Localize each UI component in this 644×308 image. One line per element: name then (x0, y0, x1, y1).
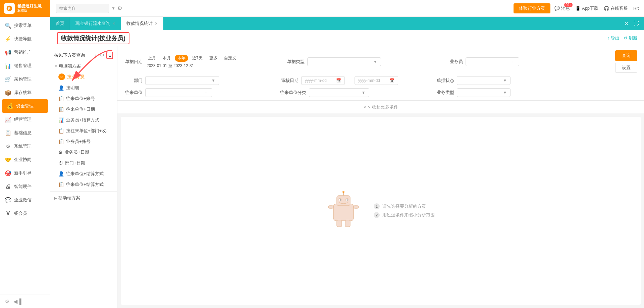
tab-bank-close[interactable]: ✕ (112, 21, 115, 26)
review-date-start[interactable]: yyyy-mm-dd 📅 (301, 76, 345, 85)
review-date-end[interactable]: yyyy-mm-dd 📅 (355, 76, 398, 85)
sidebar-label-wechat: 企业微信 (14, 197, 32, 203)
export-button[interactable]: ↑ 导出 (607, 35, 620, 41)
topbar-gear-icon[interactable]: ⚙ (117, 5, 122, 11)
lp-item-staff-date-label: 业务员+日期 (65, 149, 89, 155)
date-tab-this-month[interactable]: 本月 (160, 55, 173, 62)
lp-item-unit-method1-label: 往来单位+结算方式 (66, 171, 104, 177)
query-button[interactable]: 查询 (615, 50, 637, 61)
sidebar-settings-icon[interactable]: ⚙ (5, 298, 9, 305)
lp-collapse-button[interactable]: « (106, 52, 113, 59)
empty-state: 1 请先选择要分析的方案 2 用过滤条件来缩小分析范围 (121, 117, 641, 305)
lp-item-staff-date[interactable]: ⚙ 业务员+日期 (50, 147, 117, 158)
sidebar-item-basic[interactable]: 📋 基础信息 (0, 126, 50, 140)
tab-home[interactable]: 首页 (50, 17, 70, 30)
sidebar-item-inventory[interactable]: 📦 库存核算 (0, 86, 50, 99)
biz-type-select[interactable]: ▼ (457, 88, 511, 97)
topbar-search-input[interactable] (56, 4, 109, 13)
partner-label: 往来单位 (124, 90, 143, 96)
tabbar: 首页 现金银行流水查询 ✕ 收款情况统计 ✕ ✕ ⛶ (50, 17, 644, 30)
doc-type-select[interactable]: ▼ (307, 57, 381, 66)
date-tab-last7[interactable]: 近7天 (190, 55, 205, 62)
sidebar-item-guide[interactable]: 🎯 新手引导 (0, 166, 50, 180)
online-service-button[interactable]: 🎧 在线客服 (604, 5, 628, 11)
tab-actions: ✕ ⛶ (621, 18, 644, 29)
lp-item-dept-date[interactable]: ⏱ 部门+日期 (50, 158, 117, 168)
sidebar-label-purchase: 采购管理 (14, 76, 32, 82)
app-download-button[interactable]: 📱 App下载 (575, 5, 598, 11)
lp-item-by-staff[interactable]: ⟳ 按业务员 (50, 71, 117, 83)
lp-item-unit-date-label: 往来单位+日期 (66, 106, 95, 112)
partner-select[interactable]: ··· (145, 88, 212, 97)
staff-more-icon[interactable]: ··· (512, 59, 516, 64)
left-panel-header: 按以下方案查询 + ⚙ « (50, 50, 117, 61)
sidebar-label-finance: 资金管理 (16, 103, 34, 109)
sidebar-label-quick-nav: 快捷导航 (14, 36, 32, 42)
topbar-dropdown-icon[interactable]: ▼ (111, 6, 115, 11)
tab-receipt[interactable]: 收款情况统计 ✕ (121, 17, 163, 30)
logo-icon: 畅 (4, 3, 15, 14)
dept-date-icon: ⏱ (58, 160, 63, 166)
date-tab-last-month[interactable]: 上月 (145, 55, 159, 62)
sidebar-collapse-icon[interactable]: ◀▐ (13, 298, 21, 305)
lp-item-unit-account[interactable]: 📋 往来单位+账号 (50, 93, 117, 104)
sidebar-item-wechat[interactable]: 💬 企业微信 (0, 193, 50, 207)
tab-bank[interactable]: 现金银行流水查询 ✕ (70, 17, 121, 30)
lp-item-staff-account[interactable]: 📋 业务员+账号 (50, 136, 117, 147)
sidebar-item-enterprise[interactable]: 🤝 企业协同 (0, 153, 50, 166)
try-industry-button[interactable]: 体验行业方案 (514, 3, 550, 13)
lp-item-unit-dept[interactable]: 📋 按往来单位+部门+收... (50, 125, 117, 136)
dept-select[interactable]: ▼ (145, 76, 219, 85)
lp-item-unit-date[interactable]: 📋 往来单位+日期 (50, 104, 117, 115)
review-date-label: 审核日期 (280, 78, 299, 84)
tab-home-label: 首页 (56, 20, 64, 27)
lp-item-unit-method1[interactable]: 👤 往来单位+结算方式 (50, 168, 117, 179)
topbar: ▼ ⚙ 体验行业方案 💬 消息 99+ 📱 App下载 🎧 在线客服 Rit (50, 0, 644, 17)
date-tab-custom[interactable]: 自定义 (221, 55, 239, 62)
lp-item-unit-method2[interactable]: 📋 往来单位+结算方式 (50, 179, 117, 190)
lp-item-unit-dept-label: 按往来单位+部门+收... (66, 128, 110, 134)
lp-item-staff-method[interactable]: 📊 业务员+结算方式 (50, 115, 117, 125)
sidebar-item-search[interactable]: 🔍 搜索菜单 (0, 19, 50, 32)
app-name: 畅捷通好生意 (17, 4, 42, 8)
smarthw-icon: 🖨 (5, 183, 11, 190)
sidebar-item-smart-hw[interactable]: 🖨 智能硬件 (0, 180, 50, 193)
partner-category-select[interactable]: ▼ (309, 88, 369, 97)
doc-status-select[interactable]: ▼ (457, 76, 511, 85)
collapse-bar[interactable]: ∧∧ 收起更多条件 (117, 100, 644, 113)
tab-close-all-button[interactable]: ✕ (621, 18, 631, 29)
tab-maximize-button[interactable]: ⛶ (631, 18, 641, 29)
unit-method2-icon: 📋 (58, 182, 64, 187)
collapse-chevron-icon: ∧∧ (363, 104, 372, 109)
refresh-button[interactable]: ↺ 刷新 (624, 35, 637, 41)
lp-add-button[interactable]: + (94, 52, 98, 59)
calendar-end-icon[interactable]: 📅 (389, 78, 394, 83)
lp-section-desktop-title[interactable]: ▼ 电脑端方案 (50, 61, 117, 71)
date-tab-more[interactable]: 更多 (207, 55, 220, 62)
sidebar-item-finance[interactable]: 💰 资金管理 (2, 99, 48, 113)
message-button[interactable]: 💬 消息 99+ (554, 5, 570, 11)
sidebar-label-member: 畅会员 (14, 210, 27, 216)
calendar-start-icon[interactable]: 📅 (336, 78, 341, 83)
sidebar-item-system[interactable]: ⚙ 系统管理 (0, 140, 50, 153)
sidebar-item-member[interactable]: V 畅会员 (0, 207, 50, 220)
sidebar-item-sales[interactable]: 📊 销售管理 (0, 59, 50, 72)
setting-button[interactable]: 设置 (615, 63, 637, 73)
user-info[interactable]: Rit (633, 6, 639, 11)
sidebar-item-operations[interactable]: 📈 经营管理 (0, 113, 50, 126)
sidebar-item-quick-nav[interactable]: ⚡ 快捷导航 (0, 32, 50, 46)
page-header-actions: ↑ 导出 ↺ 刷新 (607, 35, 638, 41)
hint-num-1: 1 (374, 203, 380, 209)
sidebar-item-marketing[interactable]: 📢 营销推广 (0, 46, 50, 59)
lp-section-mobile-title[interactable]: ▶ 移动端方案 (50, 193, 117, 203)
staff-select[interactable]: ··· (466, 57, 519, 66)
lp-item-by-detail[interactable]: 👤 按明细 (50, 83, 117, 93)
hint-text-1: 请先选择要分析的方案 (382, 203, 426, 209)
partner-more-icon[interactable]: ··· (205, 90, 209, 95)
tab-receipt-close[interactable]: ✕ (155, 21, 158, 26)
date-tab-this-year[interactable]: 本年 (175, 55, 188, 62)
lp-setting-button[interactable]: ⚙ (99, 52, 105, 59)
active-dot-icon: ⟳ (58, 73, 65, 80)
sidebar-item-purchase[interactable]: 🛒 采购管理 (0, 72, 50, 86)
operations-icon: 📈 (5, 116, 11, 123)
